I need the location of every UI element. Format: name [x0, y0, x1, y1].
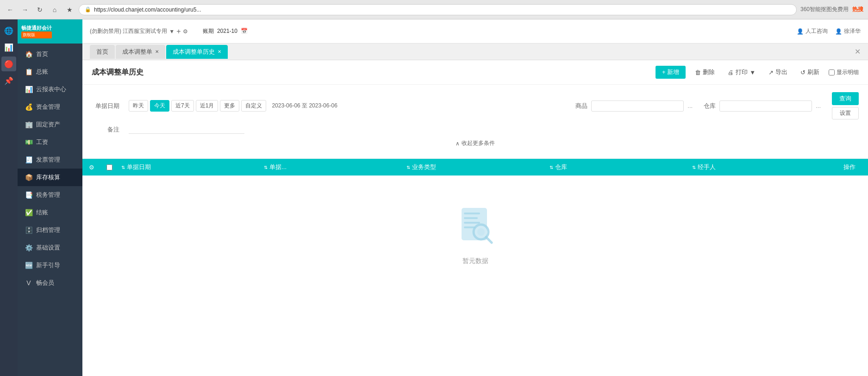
reload-button[interactable]: ↻ — [34, 4, 45, 15]
sidebar-item-finance[interactable]: 💰 资金管理 — [18, 98, 82, 116]
th-biz-type[interactable]: ⇅ 业务类型 — [403, 163, 545, 171]
user-avatar-icon: 👤 — [835, 28, 842, 35]
rail-item-1[interactable]: 🌐 — [1, 23, 16, 38]
sidebar-item-closing[interactable]: ✅ 结账 — [18, 204, 82, 221]
home-icon: 🏠 — [25, 50, 32, 58]
tab-cost-adjust-history-label: 成本调整单历史 — [173, 48, 215, 56]
th-handler[interactable]: ⇅ 经手人 — [688, 163, 831, 171]
tab-cost-adjust-close[interactable]: ✕ — [155, 49, 159, 54]
settings-company-icon[interactable]: ⚙ — [183, 28, 188, 35]
customer-service-btn[interactable]: 👤 人工咨询 — [797, 27, 828, 35]
sidebar-item-ledger[interactable]: 📋 总账 — [18, 63, 82, 81]
th-warehouse[interactable]: ⇅ 仓库 — [546, 163, 688, 171]
product-filter-label: 商品 — [575, 102, 587, 110]
sidebar-item-settings[interactable]: ⚙️ 基础设置 — [18, 239, 82, 257]
th-actions-label: 操作 — [843, 163, 856, 170]
rail-item-2[interactable]: 📊 — [1, 40, 16, 55]
sidebar-label-invoice: 发票管理 — [36, 156, 60, 164]
th-sort-icon-date: ⇅ — [121, 165, 125, 170]
content-area: 成本调整单历史 + 新增 🗑 删除 🖨 打印 ▼ ↗ — [82, 60, 868, 376]
sidebar-label-guide: 新手引导 — [36, 261, 60, 269]
sidebar-item-reports[interactable]: 📊 云报表中心 — [18, 81, 82, 98]
sidebar-item-assets[interactable]: 🏢 固定资产 — [18, 116, 82, 133]
rail-item-3[interactable]: 🔴 — [1, 56, 16, 71]
filter-row-date: 单据日期 昨天 今天 近7天 近1月 更多 自定义 2023-06-06 至 2… — [92, 92, 859, 119]
query-btn[interactable]: 查询 — [832, 92, 859, 105]
sidebar-nav: 🏠 首页 📋 总账 📊 云报表中心 💰 资金管理 🏢 固定资产 💵 工资 — [18, 44, 82, 376]
display-toggle[interactable]: 显示明细 — [829, 69, 859, 76]
date-filter-buttons: 昨天 今天 近7天 近1月 更多 自定义 2023-06-06 至 2023-0… — [129, 100, 337, 112]
delete-btn[interactable]: 🗑 删除 — [691, 66, 718, 78]
tab-cost-adjust-history[interactable]: 成本调整单历史 ✕ — [166, 45, 228, 59]
th-checkbox-all[interactable] — [101, 164, 118, 170]
date-btn-more[interactable]: 更多 — [220, 100, 239, 112]
sidebar-item-vip[interactable]: V 畅会员 — [18, 274, 82, 292]
forward-button[interactable]: → — [19, 4, 31, 15]
main-content: 成本调整单历史 + 新增 🗑 删除 🖨 打印 ▼ ↗ — [82, 60, 868, 376]
note-filter-label: 备注 — [92, 125, 119, 134]
home-button[interactable]: ⌂ — [49, 4, 60, 15]
date-btn-yesterday[interactable]: 昨天 — [129, 100, 148, 112]
warehouse-filter-input[interactable] — [719, 100, 812, 112]
date-btn-1month[interactable]: 近1月 — [196, 100, 219, 112]
rail-item-4[interactable]: 📌 — [1, 73, 16, 88]
calendar-icon[interactable]: 📅 — [241, 28, 248, 34]
app-container: 🌐 📊 🔴 📌 畅捷通好会计 旗舰版 🏠 首页 📋 总账 📊 云报表中心 — [0, 19, 868, 376]
browser-chrome: ← → ↻ ⌂ ★ 🔒 https://cloud.chanjet.com/ac… — [0, 0, 868, 19]
th-doc-no[interactable]: ⇅ 单据... — [260, 163, 403, 171]
archive-icon: 🗄️ — [25, 226, 32, 234]
th-date-label: 单据日期 — [127, 163, 151, 171]
sidebar-item-home[interactable]: 🏠 首页 — [18, 45, 82, 63]
ledger-icon: 📋 — [25, 68, 32, 75]
sidebar-item-guide[interactable]: 🆕 新手引导 — [18, 257, 82, 274]
settings-filter-btn[interactable]: 设置 — [832, 107, 859, 119]
sidebar-item-invoice[interactable]: 🧾 发票管理 — [18, 151, 82, 169]
logo-main-text: 畅捷通好会计 — [21, 25, 52, 31]
date-btn-7days[interactable]: 近7天 — [171, 100, 194, 112]
dropdown-icon[interactable]: ▼ — [169, 28, 175, 35]
sidebar: 畅捷通好会计 旗舰版 🏠 首页 📋 总账 📊 云报表中心 💰 资金管理 — [18, 19, 82, 376]
user-info[interactable]: 👤 徐泽华 — [835, 27, 861, 35]
th-sort-icon-docno: ⇅ — [264, 165, 268, 170]
th-docno-label: 单据... — [269, 163, 287, 171]
sidebar-item-archive[interactable]: 🗄️ 归档管理 — [18, 221, 82, 239]
refresh-btn[interactable]: ↺ 刷新 — [797, 66, 823, 78]
bookmark-button[interactable]: ★ — [64, 4, 75, 15]
sidebar-item-salary[interactable]: 💵 工资 — [18, 133, 82, 151]
collapse-btn[interactable]: ∧ 收起更多条件 — [456, 139, 495, 147]
note-filter-input[interactable] — [129, 125, 244, 134]
th-date[interactable]: ⇅ 单据日期 — [118, 163, 260, 171]
select-all-checkbox[interactable] — [106, 164, 112, 170]
date-btn-today[interactable]: 今天 — [150, 100, 169, 112]
svg-point-7 — [477, 228, 485, 236]
display-toggle-checkbox[interactable] — [829, 69, 835, 75]
empty-doc-svg — [452, 203, 499, 250]
tab-home[interactable]: 首页 — [90, 45, 115, 59]
url-text: https://cloud.chanjet.com/accounting/uru… — [94, 6, 201, 13]
back-button[interactable]: ← — [5, 4, 16, 15]
th-gear[interactable]: ⚙ — [82, 164, 101, 171]
sidebar-item-inventory[interactable]: 📦 库存核算 — [18, 169, 82, 186]
product-filter-input[interactable] — [591, 100, 684, 112]
print-label: 打印 — [736, 68, 748, 76]
reports-icon: 📊 — [25, 86, 32, 93]
product-ellipsis[interactable]: ... — [687, 102, 693, 109]
close-panel-btn[interactable]: ✕ — [855, 47, 861, 56]
export-btn[interactable]: ↗ 导出 — [765, 66, 791, 78]
logo-text-container: 畅捷通好会计 旗舰版 — [21, 25, 52, 38]
print-btn[interactable]: 🖨 打印 ▼ — [724, 66, 759, 78]
table-header: ⚙ ⇅ 单据日期 ⇅ 单据... ⇅ — [82, 159, 868, 175]
new-btn[interactable]: + 新增 — [656, 66, 686, 79]
ssl-icon: 🔒 — [85, 6, 91, 13]
table-container: ⚙ ⇅ 单据日期 ⇅ 单据... ⇅ — [82, 159, 868, 376]
svg-rect-2 — [464, 217, 478, 219]
product-filter-group: 商品 ... — [575, 100, 693, 112]
tab-cost-adjust-label: 成本调整单 — [122, 48, 152, 56]
tab-cost-adjust-history-close[interactable]: ✕ — [218, 49, 221, 54]
sidebar-item-tax[interactable]: 📑 税务管理 — [18, 186, 82, 204]
add-company-icon[interactable]: + — [176, 27, 181, 36]
warehouse-ellipsis[interactable]: ... — [816, 102, 821, 109]
url-bar[interactable]: 🔒 https://cloud.chanjet.com/accounting/u… — [79, 4, 797, 15]
tab-cost-adjust[interactable]: 成本调整单 ✕ — [116, 45, 165, 59]
date-btn-custom[interactable]: 自定义 — [241, 100, 266, 112]
